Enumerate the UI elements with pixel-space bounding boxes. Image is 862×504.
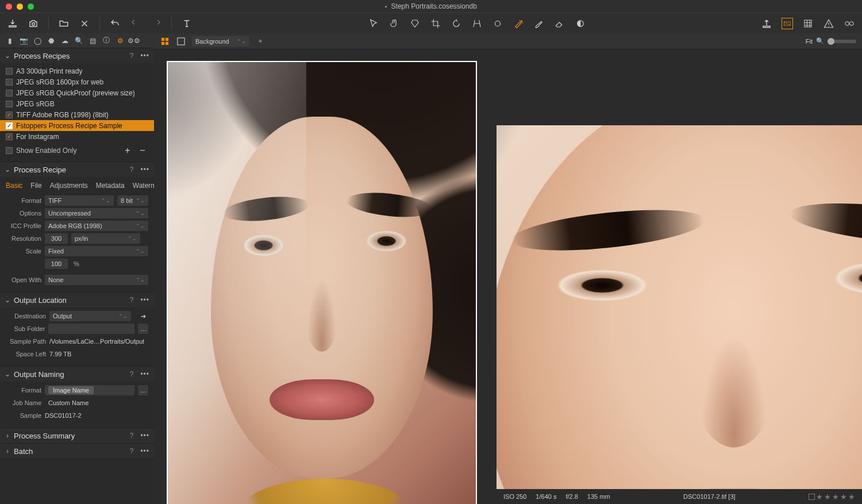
recipe-tab-basic[interactable]: Basic [6, 182, 22, 190]
remove-recipe-button[interactable]: − [137, 145, 148, 156]
scale-select[interactable]: Fixed⌃⌄ [45, 246, 148, 256]
recipe-item[interactable]: A3 300dpi Print ready [0, 66, 154, 76]
panel-menu-button[interactable]: ••• [140, 166, 149, 174]
show-enabled-only-checkbox[interactable] [6, 147, 13, 154]
rating-control[interactable]: ★ ★ ★ ★ ★ [809, 493, 855, 501]
star-5[interactable]: ★ [848, 493, 855, 501]
rotate-tool-icon[interactable] [451, 18, 462, 29]
warning-icon[interactable] [823, 18, 834, 29]
tab-output-icon[interactable]: ⚙ [116, 37, 124, 45]
panel-menu-button[interactable]: ••• [140, 432, 149, 440]
redo-step-icon[interactable] [151, 18, 162, 29]
panel-menu-button[interactable]: ••• [140, 370, 149, 378]
bitdepth-select[interactable]: 8 bit⌃⌄ [117, 195, 148, 206]
panel-header[interactable]: ⌄ Process Recipe ? ••• [0, 162, 154, 177]
before-after-icon[interactable] [782, 18, 793, 29]
star-1[interactable]: ★ [816, 493, 823, 501]
panel-menu-button[interactable]: ••• [140, 447, 149, 455]
tab-color-icon[interactable]: ⬣ [47, 37, 55, 45]
recipe-checkbox[interactable] [6, 101, 13, 107]
loupe-tool-icon[interactable] [409, 18, 421, 29]
recipe-item[interactable]: JPEG sRGB [0, 98, 154, 109]
minimize-window-button[interactable] [17, 3, 23, 10]
recipe-checkbox[interactable] [6, 122, 13, 129]
panel-menu-button[interactable]: ••• [140, 296, 149, 304]
resolution-unit-select[interactable]: px/in⌃⌄ [71, 233, 140, 244]
tab-exposure-icon[interactable]: ☁ [61, 37, 69, 45]
grid-view-button[interactable] [160, 36, 170, 47]
cursor-tool-icon[interactable] [368, 18, 379, 29]
recipe-checkbox[interactable] [6, 90, 13, 97]
maximize-window-button[interactable] [28, 3, 34, 10]
hand-tool-icon[interactable] [388, 18, 400, 29]
recipe-tab-adjustments[interactable]: Adjustments [50, 182, 88, 190]
subfolder-input[interactable] [48, 324, 134, 334]
star-4[interactable]: ★ [840, 493, 847, 501]
star-2[interactable]: ★ [824, 493, 831, 501]
tab-details-icon[interactable]: ▤ [88, 37, 97, 45]
recipe-checkbox[interactable] [6, 68, 13, 75]
text-annotation-icon[interactable] [181, 18, 193, 29]
undo-icon[interactable] [109, 18, 121, 29]
naming-format-field[interactable]: Image Name [45, 385, 134, 395]
zoom-slider[interactable] [828, 40, 856, 43]
add-view-button[interactable]: ＋ [255, 36, 265, 47]
camera-icon[interactable] [28, 18, 39, 29]
color-tag-button[interactable] [809, 494, 815, 500]
spot-tool-icon[interactable] [492, 18, 503, 29]
recipe-item[interactable]: Fstoppers Process Recipe Sample [0, 120, 154, 131]
options-select[interactable]: Uncompressed⌃⌄ [45, 208, 148, 218]
help-button[interactable]: ? [130, 166, 134, 174]
crop-tool-icon[interactable] [430, 18, 441, 29]
magic-brush-tool-icon[interactable] [513, 18, 524, 29]
jobname-input[interactable] [45, 398, 148, 408]
tab-capture-icon[interactable]: 📷 [20, 37, 28, 45]
zoom-mode-icon[interactable]: 🔍 [816, 37, 824, 45]
resolution-input[interactable] [45, 233, 68, 244]
single-view-button[interactable] [176, 36, 186, 47]
recipe-item[interactable]: For Instagram [0, 131, 154, 142]
close-window-button[interactable] [6, 3, 12, 10]
primary-preview[interactable] [167, 61, 477, 504]
delete-icon[interactable] [79, 18, 90, 29]
import-icon[interactable] [7, 18, 18, 29]
recipe-item[interactable]: TIFF Adobe RGB (1998) (8bit) [0, 109, 154, 120]
gradient-mask-tool-icon[interactable] [575, 18, 586, 29]
recipe-tab-metadata[interactable]: Metadata [96, 182, 125, 190]
panel-header[interactable]: › Batch ? ••• [0, 444, 154, 459]
destination-select[interactable]: Output⌃⌄ [49, 311, 131, 321]
openwith-select[interactable]: None⌃⌄ [45, 275, 148, 285]
scale-pct-input[interactable] [45, 259, 68, 269]
undo-step-icon[interactable] [130, 18, 141, 29]
grid-icon[interactable] [802, 18, 814, 29]
focus-mask-icon[interactable] [844, 18, 855, 29]
detail-preview[interactable] [497, 125, 862, 489]
help-button[interactable]: ? [130, 432, 134, 440]
panel-menu-button[interactable]: ••• [140, 52, 149, 60]
go-to-folder-button[interactable]: ➔ [138, 311, 148, 321]
eraser-tool-icon[interactable] [554, 18, 565, 29]
add-recipe-button[interactable]: + [122, 145, 133, 156]
recipe-tab-watermark[interactable]: Watermark [133, 182, 154, 190]
panel-header[interactable]: ⌄ Output Location ? ••• [0, 293, 154, 307]
format-select[interactable]: TIFF⌃⌄ [45, 195, 114, 206]
naming-format-edit-button[interactable]: … [138, 385, 148, 395]
recipe-tab-file[interactable]: File [30, 182, 41, 190]
choose-folder-button[interactable]: … [138, 324, 148, 334]
folder-icon[interactable] [58, 18, 70, 29]
recipe-checkbox[interactable] [6, 79, 13, 86]
export-icon[interactable] [761, 18, 772, 29]
tab-metadata-icon[interactable]: ⓘ [102, 37, 110, 45]
help-button[interactable]: ? [130, 370, 134, 378]
keystone-tool-icon[interactable] [471, 18, 483, 29]
panel-header[interactable]: › Process Summary ? ••• [0, 428, 154, 443]
icc-select[interactable]: Adobe RGB (1998)⌃⌄ [45, 221, 148, 231]
tab-batch-icon[interactable]: ⚙⚙ [130, 37, 138, 45]
recipe-checkbox[interactable] [6, 111, 13, 118]
recipe-item[interactable]: JPEG sRGB QuickProof (preview size) [0, 87, 154, 98]
help-button[interactable]: ? [130, 296, 134, 304]
help-button[interactable]: ? [130, 447, 134, 455]
recipe-item[interactable]: JPEG sRGB 1600px for web [0, 76, 154, 87]
recipe-checkbox[interactable] [6, 133, 13, 140]
help-button[interactable]: ? [130, 52, 134, 60]
